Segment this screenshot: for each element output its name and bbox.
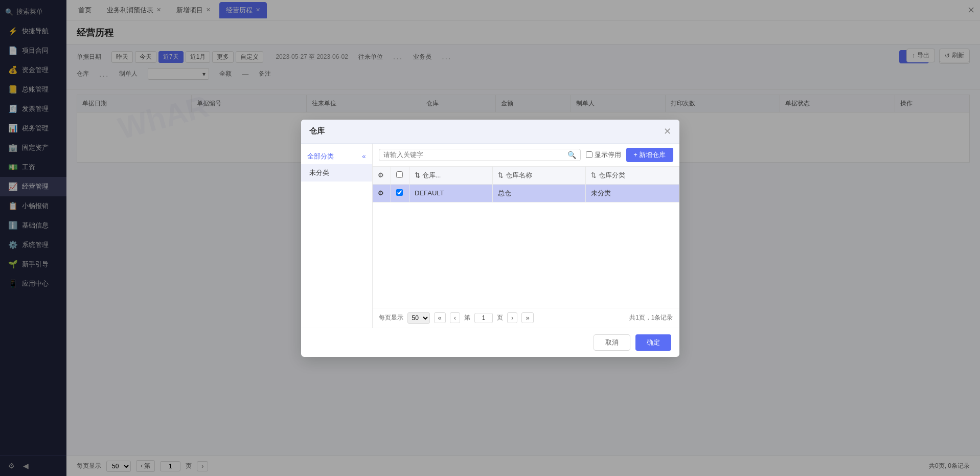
modal-table-wrap: ⚙ ⇅ 仓库... ⇅	[373, 167, 679, 308]
modal-table-header-row: ⚙ ⇅ 仓库... ⇅	[373, 167, 679, 185]
modal-per-page-select[interactable]: 50	[407, 312, 430, 324]
modal-prev-page[interactable]: ‹	[450, 312, 460, 323]
col-warehouse-code-header: ⇅ 仓库...	[409, 167, 493, 185]
confirm-button[interactable]: 确定	[635, 334, 671, 351]
modal-page-label: 第	[464, 313, 470, 322]
modal-right-panel: 🔍 显示停用 + 新增仓库 ⚙	[373, 144, 679, 328]
row-settings-icon[interactable]: ⚙	[378, 189, 384, 197]
row-1-name: 总仓	[493, 184, 586, 202]
modal-body: 全部分类 « 未分类 🔍 显示停用	[301, 144, 679, 328]
warehouse-modal: 仓库 ✕ 全部分类 « 未分类 🔍	[301, 120, 679, 357]
col-warehouse-category-header: ⇅ 仓库分类	[586, 167, 679, 185]
table-row[interactable]: ⚙ DEFAULT 总仓 未分类	[373, 184, 679, 202]
show-disabled-checkbox[interactable]: 显示停用	[586, 150, 621, 160]
modal-page-suffix: 页	[497, 313, 503, 322]
uncategorized-item[interactable]: 未分类	[301, 164, 372, 182]
row-1-checkbox[interactable]	[391, 184, 409, 202]
modal-total-label: 共1页，1条记录	[629, 313, 673, 322]
modal-search-input[interactable]	[383, 151, 565, 158]
col-warehouse-name-header: ⇅ 仓库名称	[493, 167, 586, 185]
modal-search-icon: 🔍	[567, 151, 576, 159]
modal-footer: 取消 确定	[301, 328, 679, 357]
modal-table-body: ⚙ DEFAULT 总仓 未分类	[373, 184, 679, 202]
row-1-select[interactable]	[396, 189, 403, 196]
select-all-checkbox[interactable]	[396, 171, 403, 178]
modal-last-page[interactable]: »	[521, 312, 533, 323]
modal-header: 仓库 ✕	[301, 120, 679, 144]
col-checkbox-header[interactable]	[391, 167, 409, 185]
modal-pagination: 每页显示 50 « ‹ 第 页 › » 共1页，1条记录	[373, 308, 679, 328]
all-category-header[interactable]: 全部分类 «	[301, 149, 372, 164]
show-disabled-input[interactable]	[586, 151, 592, 158]
modal-table-header: ⚙ ⇅ 仓库... ⇅	[373, 167, 679, 185]
modal-per-page-label: 每页显示	[379, 313, 403, 322]
modal-overlay: 仓库 ✕ 全部分类 « 未分类 🔍	[0, 0, 980, 476]
row-1-settings[interactable]: ⚙	[373, 184, 391, 202]
modal-first-page[interactable]: «	[434, 312, 446, 323]
modal-table: ⚙ ⇅ 仓库... ⇅	[373, 167, 679, 202]
row-1-category: 未分类	[586, 184, 679, 202]
modal-page-input[interactable]	[474, 313, 493, 323]
modal-left-panel: 全部分类 « 未分类	[301, 144, 373, 328]
modal-title: 仓库	[309, 126, 325, 136]
modal-next-page[interactable]: ›	[507, 312, 517, 323]
collapse-left-icon[interactable]: «	[362, 152, 366, 160]
modal-search-box[interactable]: 🔍	[379, 149, 581, 161]
cancel-button[interactable]: 取消	[594, 334, 630, 351]
all-category-label: 全部分类	[307, 152, 334, 161]
modal-toolbar: 🔍 显示停用 + 新增仓库	[373, 144, 679, 167]
col-settings[interactable]: ⚙	[373, 167, 391, 185]
modal-close-button[interactable]: ✕	[664, 126, 671, 137]
row-1-code: DEFAULT	[409, 184, 493, 202]
add-warehouse-button[interactable]: + 新增仓库	[626, 148, 673, 162]
